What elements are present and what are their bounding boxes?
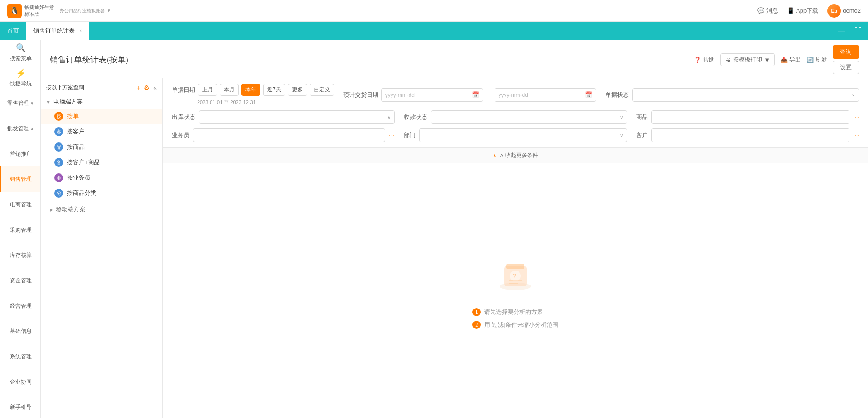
by-customer-icon: 客	[54, 127, 63, 136]
export-icon: 📤	[780, 57, 788, 63]
date-btn-last-month[interactable]: 上月	[198, 84, 217, 96]
filter-goods-group: 商品 ···	[636, 110, 859, 124]
by-order-icon: 按	[54, 112, 63, 121]
sidebar-item-newbie[interactable]: 新手引导	[0, 394, 40, 418]
salesperson-ellipsis-icon[interactable]: ···	[389, 131, 395, 139]
date-btn-this-year[interactable]: 本年	[241, 84, 260, 96]
template-print-arrow-icon: ▼	[764, 57, 770, 63]
status-select[interactable]: ∨	[632, 88, 859, 102]
filter-date-group: 单据日期 上月 本月 本年 近7天 更多 自定义 2023-01-01 至 20…	[172, 84, 334, 106]
goods-ellipsis-icon[interactable]: ···	[853, 113, 859, 121]
user-avatar-area[interactable]: Ea demo2	[827, 4, 861, 18]
sidebar: 🔍 搜索菜单 ⚡ 快捷导航 零售管理 ▼ 批发管理 ▲ 营销推广 销售管理 电商…	[0, 40, 41, 418]
delivery-status-select[interactable]: ∨	[199, 110, 395, 124]
tab-home[interactable]: 首页	[0, 22, 26, 40]
tip2-num: 2	[472, 321, 481, 329]
filter-department-group: 部门 ∨	[404, 128, 627, 142]
sidebar-item-system[interactable]: 系统管理	[0, 344, 40, 369]
search-menu-icon: 🔍	[16, 43, 26, 53]
query-settings-col: 查询 设置	[833, 45, 859, 74]
filter-row-3: 业务员 ··· 部门 ∨ 客户	[172, 128, 859, 142]
sidebar-item-marketing[interactable]: 营销推广	[0, 141, 40, 166]
filter-delivery-group: 出库状态 ∨	[172, 110, 395, 124]
left-panel: 按以下方案查询 + ⚙ « ▼ 电脑端方案 按 按单	[41, 78, 163, 418]
sidebar-item-retail[interactable]: 零售管理 ▼	[0, 90, 40, 116]
scheme-item-by-goods[interactable]: 品 按商品	[41, 139, 162, 155]
salesperson-input[interactable]	[193, 128, 385, 142]
sidebar-item-purchase[interactable]: 采购管理	[0, 217, 40, 242]
empty-icon-area: ?	[493, 252, 538, 299]
logo-icon: 🐧	[7, 4, 22, 18]
sidebar-item-ecommerce[interactable]: 电商管理	[0, 192, 40, 217]
top-header: 🐧 畅捷通好生意 标准版 办公用品行业模拟账套 ▼ 💬 消息 📱 App下载 E…	[0, 0, 868, 22]
minimize-icon[interactable]: —	[835, 24, 848, 37]
by-goods-category-icon: 分	[54, 189, 63, 198]
customer-input[interactable]	[651, 128, 849, 142]
sidebar-item-sales[interactable]: 销售管理	[0, 166, 40, 192]
scheme-item-by-salesperson[interactable]: 业 按业务员	[41, 170, 162, 185]
desktop-scheme-header[interactable]: ▼ 电脑端方案	[41, 95, 162, 109]
header-right: 💬 消息 📱 App下载 Ea demo2	[757, 4, 861, 18]
by-goods-icon: 品	[54, 142, 63, 152]
sidebar-item-finance[interactable]: 资金管理	[0, 268, 40, 293]
right-content: 单据日期 上月 本月 本年 近7天 更多 自定义 2023-01-01 至 20…	[163, 78, 868, 418]
filter-salesperson-group: 业务员 ···	[172, 128, 395, 142]
app-download-action[interactable]: 📱 App下载	[787, 7, 818, 15]
tab-sales-order-stats[interactable]: 销售订单统计表 ×	[26, 22, 89, 40]
expected-date-start[interactable]: yyyy-mm-dd 📅	[381, 88, 483, 102]
panel-settings-icon[interactable]: ⚙	[144, 84, 150, 91]
date-btn-7days[interactable]: 近7天	[263, 84, 285, 96]
desktop-section-arrow-icon: ▼	[46, 100, 51, 104]
panel-collapse-icon[interactable]: «	[153, 84, 157, 91]
collapse-bar[interactable]: ∧ ∧ 收起更多条件	[163, 148, 868, 163]
by-salesperson-icon: 业	[54, 173, 63, 182]
export-action[interactable]: 📤 导出	[780, 56, 801, 64]
department-arrow-icon: ∨	[620, 133, 623, 138]
header-left: 🐧 畅捷通好生意 标准版 办公用品行业模拟账套 ▼	[7, 4, 111, 18]
calendar-start-icon: 📅	[472, 91, 479, 98]
workspace-selector[interactable]: 办公用品行业模拟账套 ▼	[60, 8, 111, 14]
filter-row-1: 单据日期 上月 本月 本年 近7天 更多 自定义 2023-01-01 至 20…	[172, 84, 859, 106]
content-area: 销售订单统计表(按单) ❓ 帮助 🖨 按模板打印 ▼ 📤 导出 🔄 刷新	[41, 40, 868, 418]
mobile-scheme-section[interactable]: ▶ 移动端方案	[41, 203, 162, 216]
refresh-icon: 🔄	[807, 57, 814, 63]
sidebar-item-enterprise[interactable]: 企业协同	[0, 369, 40, 394]
scheme-item-by-goods-category[interactable]: 分 按商品分类	[41, 185, 162, 201]
template-print-button[interactable]: 🖨 按模板打印 ▼	[720, 53, 775, 66]
scheme-item-by-customer-goods[interactable]: 客 按客户+商品	[41, 155, 162, 170]
svg-rect-2	[506, 264, 524, 269]
date-btn-this-month[interactable]: 本月	[220, 84, 239, 96]
goods-input[interactable]	[651, 110, 849, 124]
scheme-item-by-customer[interactable]: 客 按客户	[41, 124, 162, 139]
page-title-bar: 销售订单统计表(按单) ❓ 帮助 🖨 按模板打印 ▼ 📤 导出 🔄 刷新	[41, 40, 868, 78]
date-btn-custom[interactable]: 自定义	[310, 84, 334, 96]
sidebar-item-inventory[interactable]: 库存核算	[0, 242, 40, 268]
refresh-action[interactable]: 🔄 刷新	[807, 56, 827, 64]
page-body: 按以下方案查询 + ⚙ « ▼ 电脑端方案 按 按单	[41, 78, 868, 418]
message-action[interactable]: 💬 消息	[757, 7, 778, 15]
tab-close-icon[interactable]: ×	[79, 28, 82, 33]
page-title: 销售订单统计表(按单)	[50, 54, 128, 65]
settings-button[interactable]: 设置	[833, 61, 859, 74]
query-button[interactable]: 查询	[833, 45, 859, 59]
by-customer-goods-icon: 客	[54, 158, 63, 167]
department-select[interactable]: ∨	[419, 128, 627, 142]
sidebar-item-search-menu[interactable]: 🔍 搜索菜单	[0, 40, 40, 65]
date-btn-more[interactable]: 更多	[288, 84, 307, 96]
sidebar-item-quick-nav[interactable]: ⚡ 快捷导航	[0, 65, 40, 90]
customer-ellipsis-icon[interactable]: ···	[853, 131, 859, 139]
expected-date-end[interactable]: yyyy-mm-dd 📅	[495, 88, 597, 102]
panel-add-icon[interactable]: +	[137, 84, 140, 91]
filter-expected-date-group: 预计交货日期 yyyy-mm-dd 📅 — yyyy-mm-dd 📅	[343, 88, 597, 102]
collapse-bar-icon: ∧	[493, 152, 497, 159]
empty-tips: 1 请先选择要分析的方案 2 用[过滤]条件来缩小分析范围	[472, 308, 558, 329]
sidebar-item-wholesale[interactable]: 批发管理 ▲	[0, 116, 40, 141]
maximize-icon[interactable]: ⛶	[852, 24, 864, 37]
sidebar-item-operations[interactable]: 经营管理	[0, 293, 40, 318]
avatar: Ea	[827, 4, 841, 18]
sidebar-item-basic[interactable]: 基础信息	[0, 318, 40, 344]
help-action[interactable]: ❓ 帮助	[694, 56, 715, 64]
scheme-item-by-order[interactable]: 按 按单	[41, 109, 162, 124]
tip1-num: 1	[472, 308, 481, 316]
receipt-status-select[interactable]: ∨	[431, 110, 627, 124]
